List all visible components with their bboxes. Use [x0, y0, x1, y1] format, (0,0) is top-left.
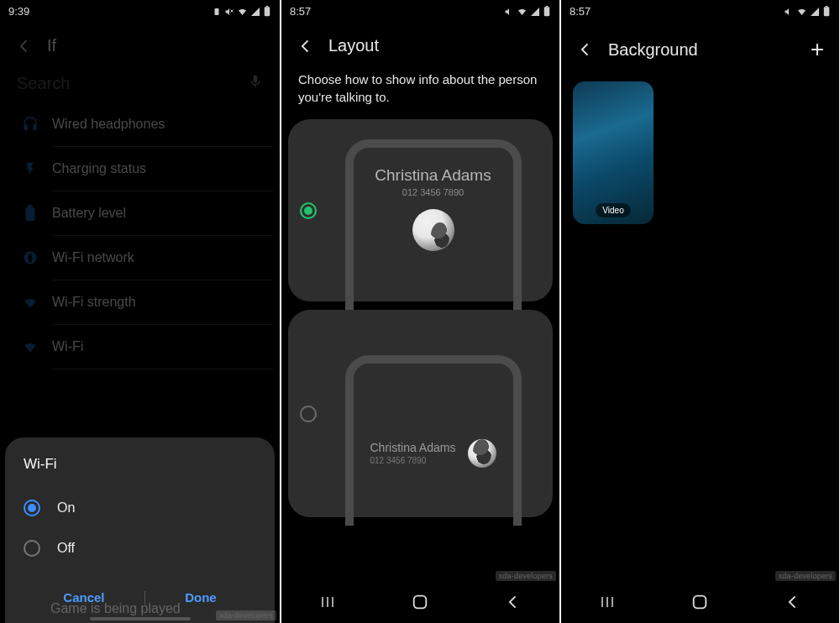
header: If — [0, 21, 280, 67]
back-icon[interactable] — [297, 37, 315, 55]
signal-icon — [250, 7, 260, 17]
recents-button[interactable] — [582, 588, 633, 616]
headphones-icon — [17, 116, 44, 133]
radio-option-off[interactable]: Off — [24, 528, 256, 568]
wifi-icon — [517, 7, 528, 17]
svg-rect-18 — [694, 596, 706, 609]
nav-bar — [561, 581, 839, 623]
sheet-title: Wi-Fi — [24, 456, 256, 473]
status-icons — [504, 6, 551, 17]
gesture-handle[interactable] — [90, 617, 191, 620]
wifi-strength-icon — [17, 295, 44, 310]
wifi-icon — [796, 7, 807, 17]
wifi-network-icon — [17, 249, 44, 266]
list-item[interactable]: Battery level — [7, 191, 273, 235]
battery-icon — [17, 205, 44, 222]
back-icon[interactable] — [576, 40, 595, 59]
screen-background: 8:57 Background + Video xda-developers — [559, 0, 839, 623]
watermark: xda-developers — [216, 610, 276, 620]
voice-icon[interactable] — [248, 72, 263, 94]
thumb-badge: Video — [596, 203, 630, 217]
nav-back-button[interactable] — [768, 588, 818, 616]
radio-icon — [300, 202, 317, 219]
radio-icon — [24, 540, 40, 557]
layout-option-large[interactable]: Christina Adams 012 3456 7890 — [288, 119, 553, 301]
layout-options: Christina Adams 012 3456 7890 Christina … — [281, 119, 559, 526]
radio-icon — [24, 500, 40, 516]
mute-icon — [224, 7, 234, 17]
conditions-list: Wired headphones Charging status Battery… — [0, 102, 280, 369]
nav-bar — [281, 581, 559, 623]
header: Layout — [281, 21, 559, 67]
battery-icon — [263, 6, 271, 17]
watermark: xda-developers — [496, 571, 556, 581]
svg-rect-13 — [824, 7, 830, 16]
contact-number: 012 3456 7890 — [402, 187, 464, 197]
list-item[interactable]: Charging status — [7, 147, 273, 191]
background-grid: Video — [561, 75, 839, 231]
list-item-label: Wired headphones — [52, 117, 165, 132]
background-thumbnail[interactable]: Video — [573, 81, 654, 224]
mute-icon — [784, 7, 794, 17]
radio-option-on[interactable]: On — [24, 488, 256, 528]
wifi-icon — [237, 7, 248, 17]
mute-icon — [504, 7, 514, 17]
search-input[interactable] — [17, 74, 248, 93]
status-bar: 8:57 — [561, 0, 839, 21]
cancel-button[interactable]: Cancel — [48, 584, 119, 611]
divider — [144, 591, 145, 605]
wifi-bottom-sheet: Wi-Fi On Off Cancel Done Game is being p… — [5, 437, 275, 623]
svg-rect-6 — [28, 205, 32, 207]
page-title: If — [47, 36, 56, 55]
contact-number: 012 3456 7890 — [370, 456, 456, 465]
layout-option-small[interactable]: Christina Adams 012 3456 7890 — [288, 310, 553, 517]
signal-icon — [810, 7, 820, 17]
screen-if-condition: 9:39 If Wired headphones Charging status — [0, 0, 280, 623]
nav-back-button[interactable] — [488, 588, 538, 616]
list-item[interactable]: Wired headphones — [7, 102, 273, 146]
layout-description: Choose how to show info about the person… — [281, 67, 559, 119]
back-icon[interactable] — [15, 37, 34, 55]
option-label: Off — [57, 541, 75, 556]
vibrate-icon — [212, 7, 222, 17]
signal-icon — [530, 7, 540, 17]
contact-name: Christina Adams — [375, 166, 491, 185]
header: Background + — [561, 21, 839, 75]
svg-rect-12 — [414, 596, 427, 609]
svg-rect-14 — [826, 6, 828, 7]
list-item[interactable]: Wi-Fi strength — [7, 280, 273, 324]
svg-rect-0 — [215, 8, 219, 15]
status-icons — [212, 6, 271, 17]
status-bar: 9:39 — [0, 0, 280, 21]
battery-icon — [543, 6, 551, 17]
done-button[interactable]: Done — [170, 584, 232, 611]
svg-rect-8 — [546, 6, 549, 7]
contact-name: Christina Adams — [370, 441, 456, 454]
add-button[interactable]: + — [811, 36, 824, 63]
watermark: xda-developers — [775, 571, 836, 581]
svg-rect-5 — [26, 207, 35, 221]
status-icons — [784, 6, 831, 17]
svg-rect-4 — [266, 6, 269, 7]
page-title: Layout — [328, 36, 379, 55]
home-button[interactable] — [395, 588, 445, 616]
list-item-label: Battery level — [52, 206, 126, 221]
list-item-label: Wi-Fi strength — [52, 295, 136, 310]
status-bar: 8:57 — [281, 0, 559, 21]
list-item[interactable]: Wi-Fi — [7, 325, 273, 369]
radio-icon — [300, 406, 317, 422]
svg-rect-7 — [544, 7, 550, 16]
list-item[interactable]: Wi-Fi network — [7, 236, 273, 280]
list-item-label: Charging status — [52, 161, 146, 176]
layout-preview: Christina Adams 012 3456 7890 — [345, 139, 522, 286]
svg-rect-3 — [265, 7, 270, 16]
status-time: 8:57 — [570, 5, 591, 18]
page-title: Background — [608, 40, 698, 60]
screen-layout: 8:57 Layout Choose how to show info abou… — [280, 0, 559, 623]
recents-button[interactable] — [302, 588, 353, 616]
status-time: 8:57 — [290, 5, 311, 18]
home-button[interactable] — [675, 588, 725, 616]
bolt-icon — [17, 160, 44, 177]
avatar — [412, 209, 454, 251]
layout-preview: Christina Adams 012 3456 7890 — [345, 355, 522, 502]
